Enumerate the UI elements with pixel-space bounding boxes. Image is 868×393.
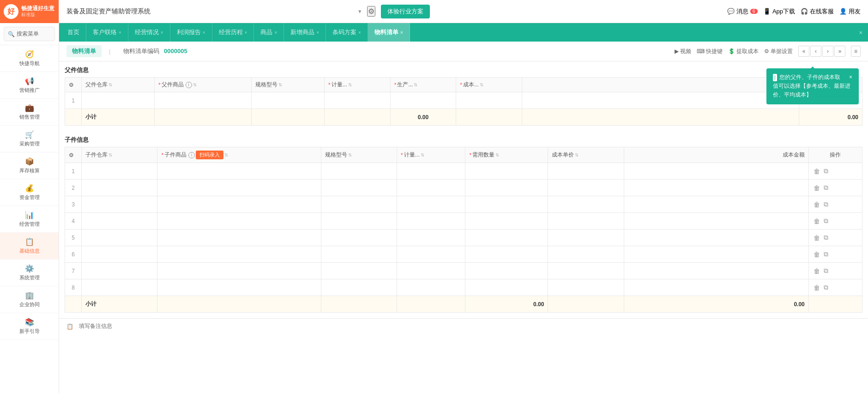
trial-button[interactable]: 体验行业方案	[381, 5, 430, 18]
sidebar-item-quick-nav[interactable]: 🧭 快捷导航	[0, 45, 59, 72]
delete-row-3-button[interactable]: 🗑	[813, 200, 821, 209]
sidebar-item-corp[interactable]: 🏢 企业协同	[0, 286, 59, 313]
sidebar-item-system[interactable]: ⚙️ 系统管理	[0, 260, 59, 286]
tooltip-close-button[interactable]: ×	[849, 73, 852, 82]
copy-row-6-button[interactable]: ⧉	[823, 249, 829, 259]
child-subtotal-qty: 0.00	[465, 296, 548, 313]
online-support-action[interactable]: 🎧 在线客服	[801, 7, 834, 16]
delete-row-6-button[interactable]: 🗑	[813, 250, 821, 259]
child-unit-1[interactable]	[397, 163, 465, 180]
parent-goods-cell[interactable]	[155, 92, 252, 109]
child-col-actions: 操作	[808, 147, 862, 163]
sidebar-item-basic-info[interactable]: 📋 基础信息	[0, 233, 59, 260]
settings-icon[interactable]: ⚙	[367, 6, 375, 17]
tab-bom-close[interactable]: ×	[400, 30, 403, 35]
tab-bom[interactable]: 物料清单 ×	[368, 23, 410, 42]
tab-operations-close[interactable]: ×	[161, 30, 163, 35]
tab-operations[interactable]: 经营情况 ×	[128, 23, 170, 42]
sidebar-item-inventory[interactable]: 📦 库存核算	[0, 152, 59, 179]
tab-new-goods[interactable]: 新增商品 ×	[284, 23, 326, 42]
app-download-action[interactable]: 📱 App下载	[763, 7, 795, 16]
sales-icon: 💼	[25, 103, 34, 112]
tab-goods[interactable]: 商品 ×	[254, 23, 284, 42]
single-settings-action[interactable]: ⚙ 单据设置	[764, 48, 793, 55]
parent-production-cell[interactable]	[390, 92, 456, 109]
tab-customers-label: 客户联络	[93, 28, 117, 36]
system-icon: ⚙️	[25, 264, 34, 273]
parent-spec-cell[interactable]	[252, 92, 325, 109]
child-warehouse-1[interactable]	[82, 163, 157, 180]
child-table-row: 5 🗑⧉	[65, 230, 862, 246]
sidebar-item-purchase[interactable]: 🛒 采购管理	[0, 126, 59, 152]
copy-row-5-button[interactable]: ⧉	[823, 233, 829, 242]
bottom-hint: 填写备注信息	[79, 322, 112, 330]
child-col-cost-amount: 成本金额	[624, 147, 808, 163]
search-icon: 🔍	[8, 31, 15, 37]
app-logo-icon: 好	[4, 4, 18, 19]
tab-history[interactable]: 经营历程 ×	[212, 23, 254, 42]
tab-home-label: 首页	[67, 28, 79, 36]
view-video-action[interactable]: ▶ 视频	[675, 48, 691, 55]
tab-home[interactable]: 首页	[61, 23, 86, 42]
breadcrumb-tab-bom-list[interactable]: 物料清单	[66, 45, 102, 57]
sidebar-item-sales[interactable]: 💼 销售管理	[0, 99, 59, 126]
sort-icon6: ⇅	[480, 82, 483, 87]
support-icon: 🎧	[801, 8, 808, 15]
sort-icon3: ⇅	[278, 82, 282, 87]
next-page-button[interactable]: ›	[822, 46, 833, 57]
child-spec-1[interactable]	[321, 163, 397, 180]
tab-new-goods-close[interactable]: ×	[316, 30, 319, 35]
delete-row-5-button[interactable]: 🗑	[813, 233, 821, 242]
copy-row-2-button[interactable]: ⧉	[823, 183, 829, 193]
sidebar-item-operation[interactable]: 📊 经营管理	[0, 206, 59, 233]
parent-table: ⚙ 父件仓库⇅ * 父件商品 i ⇅	[65, 77, 862, 126]
copy-row-1-button[interactable]: ⧉	[823, 166, 829, 176]
marketing-icon: 📢	[25, 77, 34, 85]
quick-nav-icon: 🧭	[25, 50, 34, 59]
copy-row-8-button[interactable]: ⧉	[823, 283, 829, 292]
last-page-button[interactable]: »	[834, 46, 845, 57]
parent-col-warehouse: 父件仓库⇅	[82, 78, 155, 92]
tab-profit-close[interactable]: ×	[203, 30, 205, 35]
expand-button[interactable]: ≡	[851, 46, 861, 57]
tab-history-close[interactable]: ×	[245, 30, 247, 35]
tab-goods-close[interactable]: ×	[274, 30, 277, 35]
delete-row-2-button[interactable]: 🗑	[813, 183, 821, 193]
extract-cost-action[interactable]: 💲 提取成本	[728, 48, 759, 55]
copy-row-4-button[interactable]: ⧉	[823, 216, 829, 226]
first-page-button[interactable]: «	[798, 46, 809, 57]
parent-col-production: *生产...⇅	[390, 78, 456, 92]
delete-row-8-button[interactable]: 🗑	[813, 283, 821, 292]
scan-button[interactable]: 扫码录入	[196, 151, 223, 159]
sidebar-item-guide[interactable]: 📚 新手引导	[0, 313, 59, 340]
close-all-tabs[interactable]: ×	[855, 29, 866, 36]
parent-col-settings[interactable]: ⚙	[65, 78, 82, 92]
child-qty-1[interactable]	[465, 163, 548, 180]
copy-row-7-button[interactable]: ⧉	[823, 266, 829, 276]
tab-profit[interactable]: 利润报告 ×	[170, 23, 212, 42]
sidebar-item-marketing[interactable]: 📢 营销推广	[0, 72, 59, 99]
delete-row-4-button[interactable]: 🗑	[813, 217, 821, 226]
delete-row-7-button[interactable]: 🗑	[813, 266, 821, 276]
tab-barcode[interactable]: 条码方案 ×	[326, 23, 368, 42]
child-col-settings[interactable]: ⚙	[65, 147, 82, 163]
parent-unit-cell[interactable]	[325, 92, 391, 109]
sidebar-item-finance[interactable]: 💰 资金管理	[0, 179, 59, 206]
parent-table-row: 1	[65, 92, 862, 109]
user-action[interactable]: 👤 用友	[839, 7, 861, 16]
shortcut-action[interactable]: ⌨ 快捷键	[697, 48, 723, 55]
copy-row-3-button[interactable]: ⧉	[823, 200, 829, 209]
child-table-row: 1 🗑 ⧉	[65, 163, 862, 180]
message-action[interactable]: 💬 消息 6	[727, 7, 758, 16]
child-col-qty: *需用数量⇅	[465, 147, 548, 163]
child-goods-1[interactable]	[157, 163, 321, 180]
tab-customers-close[interactable]: ×	[119, 30, 121, 35]
child-unit-cost-1[interactable]	[548, 163, 624, 180]
tab-barcode-close[interactable]: ×	[358, 30, 361, 35]
delete-row-1-button[interactable]: 🗑	[813, 167, 821, 176]
parent-cost-cell[interactable]	[456, 92, 522, 109]
parent-warehouse-cell[interactable]	[82, 92, 155, 109]
tab-customers[interactable]: 客户联络 ×	[86, 23, 128, 42]
prev-page-button[interactable]: ‹	[810, 46, 821, 57]
search-menu-button[interactable]: 🔍 搜索菜单	[4, 27, 55, 41]
